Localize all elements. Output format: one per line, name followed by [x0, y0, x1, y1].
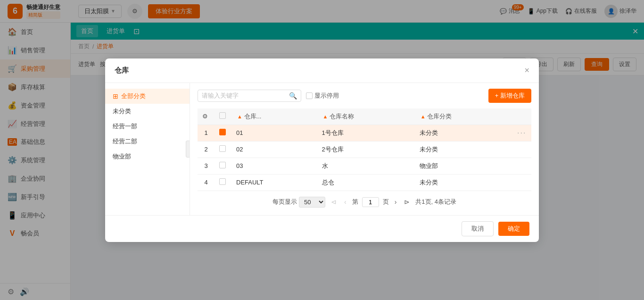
- dialog-title: 仓库: [115, 66, 129, 75]
- row-action-cell: [512, 174, 531, 191]
- page-prev-button[interactable]: ‹: [342, 197, 348, 207]
- per-page-label: 每页显示: [272, 198, 297, 206]
- tree-item-property[interactable]: 物业部: [105, 149, 190, 164]
- table-row[interactable]: 4 DEFAULT 总仓 未分类: [198, 174, 531, 191]
- row-action-cell: [512, 158, 531, 174]
- dialog-footer: 取消 确定: [105, 215, 539, 242]
- tree-uncategorized-label: 未分类: [113, 107, 131, 116]
- row-checkbox-cell: [215, 174, 231, 191]
- row-checkbox[interactable]: [219, 162, 226, 168]
- row-action-cell: ···: [512, 125, 531, 141]
- table-header-row: ⚙ ▲ 仓库... ▲: [198, 108, 531, 125]
- page-suffix: 页: [383, 198, 389, 206]
- page-number-input[interactable]: [362, 197, 379, 207]
- row-action-cell: [512, 141, 531, 158]
- row-category: 未分类: [415, 174, 512, 191]
- show-disabled-checkbox[interactable]: [306, 92, 313, 99]
- table-toolbar: 🔍 显示停用 + 新增仓库: [198, 89, 531, 103]
- page-first-button[interactable]: ⊲: [329, 197, 339, 207]
- add-warehouse-button[interactable]: + 新增仓库: [488, 89, 531, 103]
- sort-icon-code: ▲: [237, 114, 242, 119]
- row-code: 01: [231, 125, 317, 141]
- row-checkbox[interactable]: [219, 129, 226, 135]
- search-input-wrap: 🔍: [198, 90, 301, 102]
- row-name: 总仓: [317, 174, 415, 191]
- row-checkbox-cell: [215, 141, 231, 158]
- dialog-close-button[interactable]: ×: [524, 66, 529, 75]
- row-number: 2: [198, 141, 215, 158]
- col-header-name[interactable]: ▲ 仓库名称: [317, 108, 415, 125]
- page-last-button[interactable]: ⊳: [402, 197, 412, 207]
- tree-item-dept1[interactable]: 经营一部: [105, 119, 190, 134]
- sort-icon-name: ▲: [323, 114, 328, 119]
- warehouse-dialog: 仓库 × ⊞ 全部分类 未分类 经营一部 经营二部: [105, 58, 539, 242]
- per-page-selector: 每页显示 50 100: [272, 197, 325, 208]
- page-next-button[interactable]: ›: [393, 197, 399, 207]
- table-row[interactable]: 3 03 水 物业部: [198, 158, 531, 174]
- row-name: 2号仓库: [317, 141, 415, 158]
- col-header-actions: [512, 108, 531, 125]
- row-category: 未分类: [415, 125, 512, 141]
- col-header-gear[interactable]: ⚙: [198, 108, 215, 125]
- row-checkbox[interactable]: [219, 178, 226, 185]
- sort-icon-category: ▲: [421, 114, 426, 119]
- warehouse-table-panel: 🔍 显示停用 + 新增仓库 ⚙: [190, 83, 539, 215]
- total-info: 共1页, 4条记录: [415, 198, 456, 206]
- col-header-code[interactable]: ▲ 仓库...: [231, 108, 317, 125]
- show-disabled-label: 显示停用: [314, 92, 339, 100]
- row-name: 水: [317, 158, 415, 174]
- tree-dept2-label: 经营二部: [113, 137, 137, 146]
- search-icon[interactable]: 🔍: [289, 92, 297, 100]
- dialog-body: ⊞ 全部分类 未分类 经营一部 经营二部 物业部 《: [105, 83, 539, 215]
- row-number: 1: [198, 125, 215, 141]
- row-name: 1号仓库: [317, 125, 415, 141]
- category-tree-panel: ⊞ 全部分类 未分类 经营一部 经营二部 物业部 《: [105, 83, 190, 215]
- row-code: DEFAULT: [231, 174, 317, 191]
- table-row[interactable]: 2 02 2号仓库 未分类: [198, 141, 531, 158]
- row-checkbox-cell: [215, 125, 231, 141]
- tree-item-uncategorized[interactable]: 未分类: [105, 104, 190, 119]
- row-category: 物业部: [415, 158, 512, 174]
- per-page-select-input[interactable]: 50 100: [299, 197, 325, 208]
- tree-property-label: 物业部: [113, 152, 131, 161]
- search-input[interactable]: [202, 92, 286, 99]
- pagination-bar: 每页显示 50 100 ⊲ ‹ 第 页 › ⊳ 共1页, 4条记录: [198, 191, 531, 209]
- col-header-checkbox: [215, 108, 231, 125]
- row-number: 4: [198, 174, 215, 191]
- row-code: 03: [231, 158, 317, 174]
- tree-item-dept2[interactable]: 经营二部: [105, 134, 190, 149]
- table-body: 1 01 1号仓库 未分类 ··· 2 02 2号仓库 未分类 3: [198, 125, 531, 191]
- show-disabled-toggle[interactable]: 显示停用: [306, 92, 339, 100]
- dialog-header: 仓库 ×: [105, 58, 539, 83]
- row-category: 未分类: [415, 141, 512, 158]
- tree-collapse-button[interactable]: 《: [186, 141, 190, 158]
- tree-dept1-label: 经营一部: [113, 122, 137, 131]
- row-number: 3: [198, 158, 215, 174]
- grid-icon: ⊞: [113, 92, 118, 100]
- row-checkbox-cell: [215, 158, 231, 174]
- table-row[interactable]: 1 01 1号仓库 未分类 ···: [198, 125, 531, 141]
- confirm-button[interactable]: 确定: [498, 222, 529, 236]
- row-code: 02: [231, 141, 317, 158]
- warehouse-table: ⚙ ▲ 仓库... ▲: [198, 108, 531, 191]
- tree-item-all[interactable]: ⊞ 全部分类: [105, 89, 190, 104]
- page-label: 第: [352, 198, 358, 206]
- row-more-button[interactable]: ···: [517, 129, 526, 137]
- cancel-button[interactable]: 取消: [462, 221, 494, 236]
- col-header-category[interactable]: ▲ 仓库分类: [415, 108, 512, 125]
- modal-overlay[interactable]: 仓库 × ⊞ 全部分类 未分类 经营一部 经营二部: [0, 0, 644, 300]
- row-checkbox[interactable]: [219, 145, 226, 152]
- gear-header-icon: ⚙: [202, 113, 208, 120]
- tree-all-label: 全部分类: [121, 92, 146, 100]
- warehouse-table-scroll: ⚙ ▲ 仓库... ▲: [198, 108, 531, 191]
- select-all-checkbox[interactable]: [219, 112, 226, 119]
